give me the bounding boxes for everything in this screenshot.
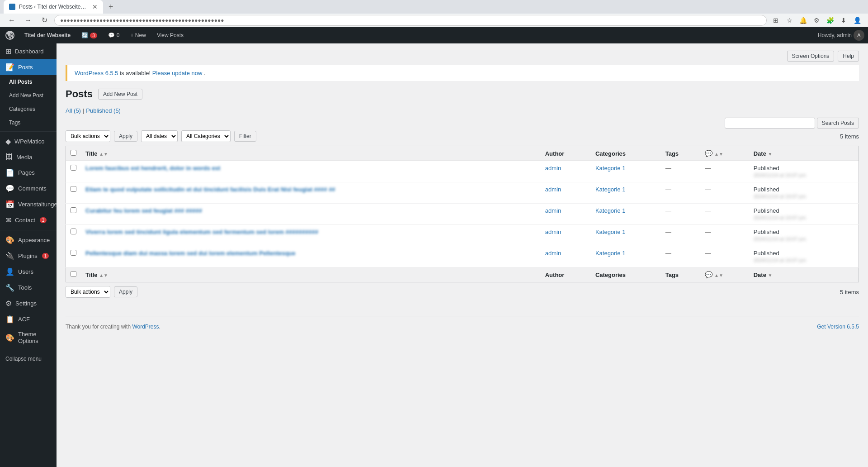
wp-logo[interactable] — [4, 29, 16, 42]
wordpress-link[interactable]: WordPress — [132, 324, 159, 330]
admin-bar-new[interactable]: + New — [128, 27, 149, 43]
sidebar-item-veranstaltungen[interactable]: 📅 Veranstaltungen — [0, 196, 57, 212]
th-comments[interactable]: 💬 ▲▼ — [700, 146, 749, 161]
category-link-1[interactable]: Kategorie 1 — [595, 186, 626, 193]
th-date[interactable]: Date ▼ — [749, 146, 859, 161]
sidebar-item-wpematico[interactable]: ◆ WPeMatico — [0, 133, 57, 149]
post-title-link-2[interactable]: Curabitur feu lorem sed feugiat ### ####… — [85, 207, 536, 214]
sidebar-divider-1 — [0, 131, 57, 132]
apply-button-top[interactable]: Apply — [114, 131, 137, 142]
row-checkbox-input-2[interactable] — [71, 207, 76, 213]
tfoot-comments[interactable]: 💬 ▲▼ — [700, 267, 749, 282]
author-link-4[interactable]: admin — [545, 250, 561, 257]
sidebar-item-media[interactable]: 🖼 Media — [0, 149, 57, 165]
admin-bar-view-posts[interactable]: View Posts — [154, 27, 186, 43]
star-icon[interactable]: ☆ — [784, 15, 795, 26]
notifications-icon[interactable]: 🔔 — [797, 15, 808, 26]
theme-options-icon: 🎨 — [5, 334, 14, 342]
notice-wp-link[interactable]: WordPress 6.5.5 — [75, 70, 118, 76]
help-button[interactable]: Help — [838, 51, 859, 62]
author-link-3[interactable]: admin — [545, 229, 561, 235]
row-checkbox-input-3[interactable] — [71, 229, 76, 234]
bulk-actions-select-top[interactable]: Bulk actions — [66, 130, 110, 142]
pages-icon: 📄 — [5, 168, 14, 177]
sidebar-item-categories[interactable]: Categories — [0, 102, 57, 116]
category-link-4[interactable]: Kategorie 1 — [595, 250, 626, 257]
row-category-4: Kategorie 1 — [591, 246, 661, 267]
translate-icon[interactable]: ⊞ — [770, 15, 781, 26]
close-tab-icon[interactable]: ✕ — [92, 3, 98, 10]
tfoot-categories: Categories — [591, 267, 661, 282]
sidebar-item-comments[interactable]: 💬 Comments — [0, 181, 57, 196]
select-all-checkbox[interactable] — [71, 150, 76, 156]
row-checkbox-input-4[interactable] — [71, 250, 76, 256]
row-checkbox-input-1[interactable] — [71, 186, 76, 192]
bulk-actions-select-bottom[interactable]: Bulk actions — [66, 286, 110, 298]
downloads-icon[interactable]: ⬇ — [838, 15, 849, 26]
author-link-2[interactable]: admin — [545, 207, 561, 214]
row-checkbox-input-0[interactable] — [71, 165, 76, 171]
all-categories-select[interactable]: All Categories — [181, 130, 231, 142]
search-posts-button[interactable]: Search Posts — [817, 118, 859, 129]
post-title-link-4[interactable]: Pellentesque diam dui massa lorem sed du… — [85, 250, 536, 257]
date-header-label: Date — [754, 150, 766, 157]
comments-value-3: — — [705, 229, 711, 235]
get-version-link[interactable]: Get Version 6.5.5 — [817, 324, 859, 330]
profile-icon[interactable]: 👤 — [852, 15, 863, 26]
sidebar-item-settings[interactable]: ⚙ Settings — [0, 295, 57, 311]
apply-button-bottom[interactable]: Apply — [114, 286, 137, 297]
sidebar-item-theme-options[interactable]: 🎨 Theme Options — [0, 327, 57, 348]
category-link-3[interactable]: Kategorie 1 — [595, 229, 626, 235]
admin-avatar[interactable]: A — [854, 30, 864, 41]
row-category-3: Kategorie 1 — [591, 225, 661, 246]
tfoot-title[interactable]: Title ▲▼ — [81, 267, 541, 282]
sidebar-item-add-new-post[interactable]: Add New Post — [0, 89, 57, 102]
new-tab-button[interactable]: + — [105, 2, 117, 12]
admin-bar-site[interactable]: Titel der Webseite — [22, 27, 73, 43]
sidebar-item-posts[interactable]: 📝 Posts — [0, 59, 57, 75]
browser-tabs: Posts ‹ Titel der Webseite — W... ✕ + — [0, 0, 868, 14]
add-new-post-button[interactable]: Add New Post — [98, 89, 142, 100]
sidebar-item-users[interactable]: 👤 Users — [0, 264, 57, 280]
post-title-link-3[interactable]: Viverra lorem sed tincidunt ligula eleme… — [85, 229, 536, 235]
forward-button[interactable]: → — [22, 14, 34, 27]
post-title-link-1[interactable]: Etiam te quod vulputate sollicitudin et … — [85, 186, 536, 193]
browser-tab-active[interactable]: Posts ‹ Titel der Webseite — W... ✕ — [4, 0, 103, 14]
tfoot-date[interactable]: Date ▼ — [749, 267, 859, 282]
row-date-1: Published 2024/11/14 at 10:07 pm — [749, 182, 859, 204]
author-link-1[interactable]: admin — [545, 186, 561, 193]
filter-all-link[interactable]: All (5) — [66, 107, 81, 114]
author-link-0[interactable]: admin — [545, 165, 561, 172]
admin-bar-updates[interactable]: 🔄 3 — [79, 27, 100, 43]
back-button[interactable]: ← — [5, 14, 18, 27]
sidebar-item-pages[interactable]: 📄 Pages — [0, 165, 57, 181]
notice-update-link[interactable]: Please update now — [152, 70, 203, 76]
extensions-icon[interactable]: 🧩 — [825, 15, 835, 26]
address-bar[interactable] — [54, 15, 767, 26]
settings-icon[interactable]: ⚙ — [811, 15, 822, 26]
sidebar-item-plugins[interactable]: 🔌 Plugins 1 — [0, 248, 57, 264]
sidebar-item-tools[interactable]: 🔧 Tools — [0, 280, 57, 295]
sidebar-item-appearance[interactable]: 🎨 Appearance — [0, 232, 57, 248]
all-dates-select[interactable]: All dates — [141, 130, 178, 142]
select-all-footer-checkbox[interactable] — [71, 271, 76, 277]
sidebar-item-contact[interactable]: ✉ Contact 1 — [0, 212, 57, 228]
sidebar-item-acf[interactable]: 📋 ACF — [0, 311, 57, 327]
filter-button[interactable]: Filter — [234, 131, 256, 142]
dashboard-icon: ⊞ — [5, 47, 11, 56]
row-title-3: Viverra lorem sed tincidunt ligula eleme… — [81, 225, 541, 246]
category-link-2[interactable]: Kategorie 1 — [595, 207, 626, 214]
sidebar-item-tags[interactable]: Tags — [0, 116, 57, 129]
sidebar-item-all-posts[interactable]: All Posts — [0, 75, 57, 89]
th-title[interactable]: Title ▲▼ — [81, 146, 541, 161]
post-title-link-0[interactable]: Lorem faucibus est hendrerit, dolor in w… — [85, 165, 536, 172]
sidebar-item-dashboard[interactable]: ⊞ Dashboard — [0, 43, 57, 59]
reload-button[interactable]: ↻ — [38, 14, 51, 27]
category-link-0[interactable]: Kategorie 1 — [595, 165, 626, 172]
footer-text: Thank you for creating with WordPress. — [66, 324, 160, 330]
admin-bar-comments[interactable]: 💬 0 — [105, 27, 123, 43]
search-input[interactable] — [725, 118, 815, 129]
collapse-menu-button[interactable]: Collapse menu — [0, 352, 57, 366]
filter-published-link[interactable]: Published (5) — [86, 107, 121, 114]
screen-options-button[interactable]: Screen Options — [787, 51, 835, 62]
